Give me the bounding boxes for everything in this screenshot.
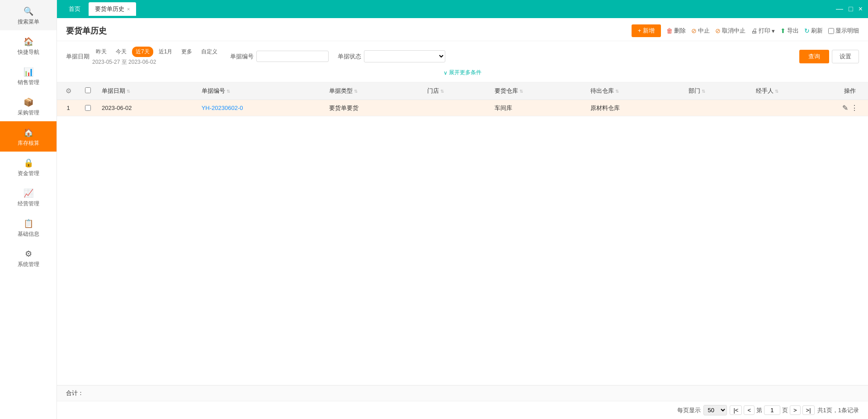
sidebar-item-search-menu[interactable]: 🔍 搜索菜单: [0, 0, 57, 30]
filter-buttons: 查询 设置: [799, 50, 859, 63]
col-pending-warehouse-header: 待出仓库⇅: [585, 82, 683, 100]
export-icon: ⬆: [780, 27, 786, 34]
date-btn-group: 昨天 今天 近7天 近1月 更多 自定义: [92, 47, 221, 57]
sidebar-item-finance[interactable]: 🔒 资金管理: [0, 152, 57, 182]
date-filter: 单据日期 昨天 今天 近7天 近1月 更多 自定义 2023-05-27 至 2…: [66, 47, 221, 66]
finance-icon: 🔒: [24, 158, 33, 168]
sidebar-item-purchase[interactable]: 📦 采购管理: [0, 91, 57, 121]
last-page-button[interactable]: >|: [802, 405, 815, 415]
delete-button[interactable]: 🗑 删除: [666, 27, 686, 35]
doctype-sort-icon[interactable]: ⇅: [354, 89, 358, 94]
table-body: 1 2023-06-02 YH-20230602-0 要货单要货 车间库 原材料…: [57, 100, 868, 116]
header-actions: + 新增 🗑 删除 ⊘ 中止 ⊘ 取消中止 🖨 打印 ▾: [632, 24, 859, 37]
delete-icon: 🗑: [666, 27, 673, 34]
cancel-stop-button[interactable]: ⊘ 取消中止: [715, 27, 745, 35]
total-info: 共1页，1条记录: [817, 406, 859, 414]
row-checkbox[interactable]: [85, 105, 91, 111]
col-store-header: 门店⇅: [422, 82, 489, 100]
date-filter-label: 单据日期: [66, 52, 90, 61]
row-edit-button[interactable]: ✎: [842, 104, 848, 112]
minimize-button[interactable]: —: [836, 5, 843, 13]
store-sort-icon[interactable]: ⇅: [440, 89, 444, 94]
date-btn-yesterday[interactable]: 昨天: [92, 47, 110, 57]
maximize-button[interactable]: □: [849, 5, 853, 13]
footer-label: 合计：: [66, 390, 84, 396]
page-label-after: 页: [782, 406, 788, 414]
row-doc-no: YH-20230602-0: [196, 100, 324, 116]
stop-button[interactable]: ⊘ 中止: [691, 27, 710, 35]
date-btn-7days[interactable]: 近7天: [132, 47, 153, 57]
table-footer: 合计：: [57, 385, 868, 401]
select-all-checkbox[interactable]: [85, 87, 91, 93]
doc-no-label: 单据编号: [230, 52, 254, 61]
add-button[interactable]: + 新增: [632, 24, 661, 37]
page-header: 要货单历史 + 新增 🗑 删除 ⊘ 中止 ⊘ 取消中止 🖨 打印: [57, 18, 868, 41]
col-settings: ⚙: [57, 82, 80, 100]
expand-more-button[interactable]: ∨ 展开更多条件: [443, 69, 481, 76]
display-detail-button[interactable]: 显示明细: [828, 27, 859, 35]
date-btn-today[interactable]: 今天: [112, 47, 130, 57]
sidebar-item-system[interactable]: ⚙ 系统管理: [0, 243, 57, 273]
per-page-label: 每页显示: [677, 406, 701, 414]
date-btn-1month[interactable]: 近1月: [155, 47, 176, 57]
window-controls: — □ ×: [836, 5, 863, 13]
inventory-icon: 🏠: [24, 128, 33, 138]
col-date-header: 单据日期⇅: [96, 82, 196, 100]
row-req-warehouse: 车间库: [489, 100, 585, 116]
settings-icon[interactable]: ⚙: [66, 87, 71, 95]
date-buttons: 昨天 今天 近7天 近1月 更多 自定义 2023-05-27 至 2023-0…: [92, 47, 221, 66]
handler-sort-icon[interactable]: ⇅: [775, 89, 778, 94]
doc-no-link[interactable]: YH-20230602-0: [202, 105, 243, 111]
sidebar: 🔍 搜索菜单 🏠 快捷导航 📊 销售管理 📦 采购管理 🏠 库存核算 🔒 资金管…: [0, 0, 57, 419]
pending-wh-sort-icon[interactable]: ⇅: [615, 89, 619, 94]
setting-button[interactable]: 设置: [832, 50, 859, 63]
col-docno-header: 单据编号⇅: [196, 82, 324, 100]
export-button[interactable]: ⬆ 导出: [780, 27, 799, 35]
tab-close-button[interactable]: ×: [127, 6, 130, 12]
row-num: 1: [57, 100, 80, 116]
table-wrap: ⚙ 单据日期⇅ 单据编号⇅ 单据类型⇅: [57, 82, 868, 385]
status-select-wrap: [364, 50, 445, 62]
page-number-input[interactable]: [764, 405, 780, 415]
doc-no-input[interactable]: [256, 51, 329, 62]
sidebar-item-sales[interactable]: 📊 销售管理: [0, 61, 57, 91]
print-dropdown-icon[interactable]: ▾: [772, 28, 775, 34]
expand-down-icon: ∨: [443, 70, 448, 76]
display-detail-checkbox[interactable]: [828, 28, 834, 34]
dept-sort-icon[interactable]: ⇅: [702, 89, 705, 94]
content-area: 要货单历史 + 新增 🗑 删除 ⊘ 中止 ⊘ 取消中止 🖨 打印: [57, 18, 868, 419]
page-label-before: 第: [756, 406, 762, 414]
date-btn-more[interactable]: 更多: [178, 47, 196, 57]
per-page-select[interactable]: 10 20 50 100: [703, 405, 727, 415]
prev-page-button[interactable]: <: [744, 405, 755, 415]
refresh-button[interactable]: ↻ 刷新: [804, 27, 823, 35]
sidebar-item-quick-nav[interactable]: 🏠 快捷导航: [0, 30, 57, 61]
pagination: 每页显示 10 20 50 100 |< < 第 页 > >| 共1页，1条记录: [57, 401, 868, 419]
docno-sort-icon[interactable]: ⇅: [226, 89, 230, 94]
date-range-display: 2023-05-27 至 2023-06-02: [92, 58, 221, 66]
tab-home[interactable]: 首页: [62, 2, 87, 16]
date-btn-custom[interactable]: 自定义: [198, 47, 221, 57]
status-select[interactable]: [364, 50, 445, 62]
filter-row: 单据日期 昨天 今天 近7天 近1月 更多 自定义 2023-05-27 至 2…: [66, 47, 859, 66]
system-icon: ⚙: [25, 249, 32, 259]
query-button[interactable]: 查询: [799, 50, 829, 63]
doc-no-filter: 单据编号: [230, 51, 329, 62]
stop-icon: ⊘: [691, 27, 697, 34]
print-icon: 🖨: [751, 27, 757, 34]
sidebar-item-inventory[interactable]: 🏠 库存核算: [0, 121, 57, 152]
print-button[interactable]: 🖨 打印 ▾: [751, 27, 775, 35]
date-sort-icon[interactable]: ⇅: [127, 89, 130, 94]
first-page-button[interactable]: |<: [730, 405, 742, 415]
sidebar-item-basic-info[interactable]: 📋 基础信息: [0, 212, 57, 243]
tab-current[interactable]: 要货单历史 ×: [89, 2, 136, 16]
row-dept: [683, 100, 750, 116]
col-checkbox-header: [80, 82, 96, 100]
sidebar-item-operation[interactable]: 📈 经营管理: [0, 182, 57, 212]
close-button[interactable]: ×: [859, 5, 863, 13]
next-page-button[interactable]: >: [790, 405, 801, 415]
col-handler-header: 经手人⇅: [750, 82, 832, 100]
row-more-button[interactable]: ⋮: [851, 104, 858, 112]
req-wh-sort-icon[interactable]: ⇅: [519, 89, 523, 94]
expand-more-area: ∨ 展开更多条件: [66, 69, 859, 76]
